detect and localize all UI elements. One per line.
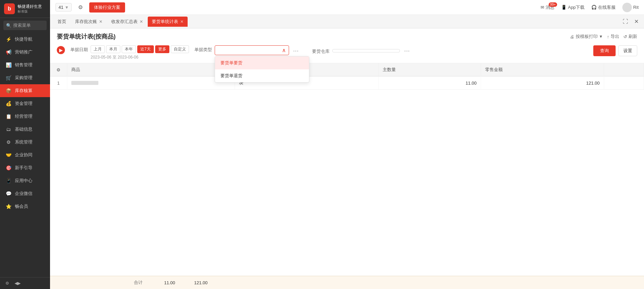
date-btn-custom[interactable]: 自定义: [171, 45, 189, 53]
sidebar-collapse-btn[interactable]: ◀▶: [15, 281, 21, 286]
col-settings[interactable]: ⚙: [50, 63, 67, 76]
print-chevron-icon: ▼: [599, 34, 603, 39]
filter-bar: ▶ 单据日期 上月 本月 本年 近7天 更多 自定义 2023-05-06 至 …: [50, 43, 644, 63]
store-selector[interactable]: 41 ▼: [55, 3, 72, 12]
sidebar-item-newbie[interactable]: 🎯 新手引导: [0, 161, 50, 174]
sidebar-item-label: 企业协同: [15, 152, 32, 158]
sidebar-item-finance[interactable]: 💰 资金管理: [0, 97, 50, 110]
date-btn-7days[interactable]: 近7天: [137, 45, 154, 53]
query-btn[interactable]: 查询: [593, 45, 616, 56]
sidebar-item-quick-nav[interactable]: ⚡ 快捷导航: [0, 33, 50, 46]
warehouse-select[interactable]: [332, 49, 400, 52]
date-btn-more[interactable]: 更多: [155, 45, 169, 53]
brand-sub: 标准版: [18, 9, 42, 14]
system-icon: ⚙: [5, 139, 11, 145]
sidebar-item-label: 应用中心: [15, 178, 32, 184]
type-filter-group: 单据类型 ∧ 要货单要货 要货单退货 ···: [194, 45, 300, 56]
page-title: 要货单统计表(按商品): [57, 32, 116, 41]
topbar-right: ✉ 消息 99+ 📱 App下载 🎧 在线客服 Rit: [541, 3, 639, 12]
print-btn[interactable]: 🖨 按模板打印 ▼: [570, 34, 603, 40]
sidebar-item-label: 快捷导航: [15, 36, 32, 42]
footer-total-quantity: 11.00: [148, 280, 175, 285]
type-filter-input[interactable]: [218, 48, 282, 53]
sidebar-settings-btn[interactable]: ⚙: [5, 281, 9, 286]
tab-expand-btn[interactable]: ⛶: [621, 17, 630, 26]
tab-order-stats[interactable]: 要货单统计表 ✕: [148, 17, 188, 27]
export-label: 导出: [611, 34, 619, 40]
trial-btn[interactable]: 体验行业方案: [89, 2, 125, 13]
tab-inventory-batch[interactable]: 库存批次账 ✕: [71, 17, 106, 27]
marketing-icon: 📢: [5, 49, 11, 55]
type-filter-chevron-icon[interactable]: ∧: [282, 47, 286, 53]
tab-close-icon[interactable]: ✕: [180, 19, 184, 24]
footer-total-amount: 121.00: [181, 280, 208, 285]
dropdown-item-return[interactable]: 要货单退货: [215, 69, 309, 82]
date-range-text: 2023-05-06 至 2023-06-06: [91, 54, 189, 60]
sidebar-item-label: 采购管理: [15, 75, 32, 81]
sidebar-item-purchase[interactable]: 🛒 采购管理: [0, 71, 50, 84]
warehouse-filter: 要货仓库 ···: [312, 45, 411, 56]
tab-close-icon[interactable]: ✕: [99, 19, 102, 24]
table-row: 1 块 11.00 121.00: [50, 76, 644, 90]
topbar-settings-btn[interactable]: ⚙: [76, 3, 85, 12]
sidebar-search[interactable]: 🔍 搜索菜单: [3, 21, 47, 30]
headset-icon: 🎧: [591, 5, 597, 10]
date-filter-label: 单据日期: [70, 45, 88, 53]
filter-expand-btn[interactable]: ▶: [57, 46, 65, 54]
cell-quantity: 11.00: [379, 76, 481, 90]
app-download-label: App下载: [568, 4, 585, 10]
sidebar-item-label: 系统管理: [15, 139, 32, 145]
brand-name: 畅捷通好生意: [18, 4, 42, 9]
sidebar-item-label: 企业微信: [15, 191, 32, 197]
warehouse-filter-more-btn[interactable]: ···: [403, 45, 411, 56]
refresh-btn[interactable]: ↺ 刷新: [623, 34, 637, 40]
table-container: ⚙ 商品 主计量单位 主数量 零售金额 1 块: [50, 63, 644, 276]
sidebar-item-sales[interactable]: 📊 销售管理: [0, 59, 50, 71]
tab-receive-summary[interactable]: 收发存汇总表 ✕: [107, 17, 147, 27]
store-selector-chevron: ▼: [65, 5, 69, 10]
wechat-icon: 💬: [5, 191, 11, 197]
sidebar-item-operation[interactable]: 📋 经营管理: [0, 110, 50, 123]
sidebar-item-wechat[interactable]: 💬 企业微信: [0, 187, 50, 200]
user-name: Rit: [633, 5, 639, 10]
dropdown-item-order[interactable]: 要货单要货: [215, 57, 309, 69]
sidebar-item-app-center[interactable]: 📱 应用中心: [0, 174, 50, 187]
newbie-icon: 🎯: [5, 165, 11, 171]
user-menu-btn[interactable]: Rit: [622, 3, 639, 12]
operation-icon: 📋: [5, 113, 11, 119]
membership-icon: ⭐: [5, 203, 11, 209]
col-amount: 零售金额: [481, 63, 604, 76]
app-download-btn[interactable]: 📱 App下载: [561, 4, 585, 10]
sidebar-bottom: ⚙ ◀▶: [0, 277, 50, 289]
tab-close-icon[interactable]: ✕: [140, 19, 143, 24]
export-icon: ↑: [607, 34, 610, 39]
tab-home[interactable]: 首页: [53, 17, 70, 27]
table-footer: 合计 11.00 121.00: [50, 276, 644, 289]
sidebar-item-membership[interactable]: ⭐ 畅会员: [0, 200, 50, 213]
tab-close-all-btn[interactable]: ✕: [632, 17, 641, 26]
app-download-icon: 📱: [561, 5, 567, 10]
filter-settings-btn[interactable]: 设置: [618, 45, 637, 56]
tabs-right: ⛶ ✕: [621, 17, 641, 26]
sidebar-item-system[interactable]: ⚙ 系统管理: [0, 136, 50, 149]
messages-btn[interactable]: ✉ 消息 99+: [541, 4, 554, 10]
date-filter-group: 单据日期 上月 本月 本年 近7天 更多 自定义 2023-05-06 至 20…: [70, 45, 189, 60]
app-center-icon: 📱: [5, 178, 11, 184]
sidebar-item-label: 经营管理: [15, 113, 32, 119]
sidebar-item-inventory[interactable]: 📦 库存核算: [0, 84, 50, 97]
type-filter-more-btn[interactable]: ···: [292, 45, 300, 56]
sidebar-item-basic[interactable]: 🗂 基础信息: [0, 123, 50, 136]
online-service-btn[interactable]: 🎧 在线客服: [591, 4, 616, 10]
page-actions: 🖨 按模板打印 ▼ ↑ 导出 ↺ 刷新: [570, 34, 637, 40]
date-btn-this-year[interactable]: 本年: [122, 45, 136, 53]
type-filter-select[interactable]: ∧: [215, 45, 289, 55]
sidebar-item-enterprise[interactable]: 🤝 企业协同: [0, 149, 50, 161]
date-btn-last-month[interactable]: 上月: [91, 45, 105, 53]
search-label: 搜索菜单: [13, 22, 31, 28]
export-btn[interactable]: ↑ 导出: [607, 34, 620, 40]
date-btn-this-month[interactable]: 本月: [106, 45, 120, 53]
sidebar-item-marketing[interactable]: 📢 营销推广: [0, 46, 50, 59]
tab-label: 库存批次账: [75, 19, 97, 25]
refresh-icon: ↺: [623, 34, 627, 39]
topbar: 41 ▼ ⚙ 体验行业方案 ✉ 消息 99+ 📱 App下载 🎧 在线客服 R: [50, 0, 644, 15]
